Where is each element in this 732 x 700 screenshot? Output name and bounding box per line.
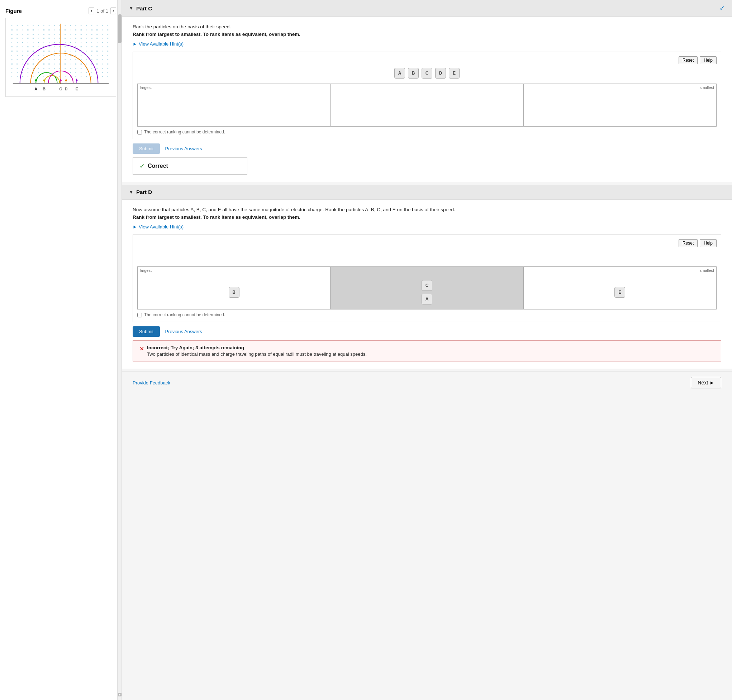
part-d-collapse-arrow[interactable]: ▼ xyxy=(129,190,133,195)
part-c-correct-box: ✓ Correct xyxy=(133,157,247,175)
part-d-ranking-toolbar: Reset Help xyxy=(137,239,717,247)
svg-text:×: × xyxy=(101,45,103,49)
part-d-token-a[interactable]: A xyxy=(422,294,432,304)
svg-text:×: × xyxy=(69,24,71,27)
token-e[interactable]: E xyxy=(449,68,459,78)
part-d-header-left: ▼ Part D xyxy=(129,189,152,195)
svg-text:×: × xyxy=(80,58,82,61)
svg-text:×: × xyxy=(48,50,50,53)
svg-text:×: × xyxy=(101,58,103,61)
part-d-help-button[interactable]: Help xyxy=(700,239,717,247)
part-d-rank-box-left[interactable]: largest B xyxy=(138,267,330,309)
svg-text:×: × xyxy=(54,75,56,78)
main-content: ▼ Part C ✓ Rank the particles on the bas… xyxy=(122,0,732,700)
svg-text:×: × xyxy=(48,32,50,36)
svg-text:×: × xyxy=(64,75,66,78)
part-c-rank-box-right[interactable]: smallest xyxy=(524,84,716,126)
token-d[interactable]: D xyxy=(435,68,446,78)
part-c-rank-box-middle[interactable] xyxy=(330,84,524,126)
svg-text:×: × xyxy=(43,54,45,57)
figure-title: Figure xyxy=(5,8,22,14)
part-d-cannot-determine-checkbox[interactable] xyxy=(137,313,142,318)
svg-text:×: × xyxy=(75,67,77,70)
provide-feedback-link[interactable]: Provide Feedback xyxy=(133,380,170,385)
svg-text:×: × xyxy=(38,24,40,27)
svg-text:×: × xyxy=(22,58,23,61)
svg-text:×: × xyxy=(16,24,18,27)
part-d-tokens-row xyxy=(137,251,717,262)
part-c-prev-answers-link[interactable]: Previous Answers xyxy=(165,146,202,151)
part-d-incorrect-title: Incorrect; Try Again; 3 attempts remaini… xyxy=(147,345,367,350)
svg-text:×: × xyxy=(59,37,61,40)
svg-text:×: × xyxy=(97,58,98,61)
svg-text:×: × xyxy=(27,28,29,32)
figure-next-button[interactable]: › xyxy=(110,7,116,14)
svg-text:×: × xyxy=(43,28,45,32)
svg-text:×: × xyxy=(22,75,23,78)
part-c-reset-button[interactable]: Reset xyxy=(679,56,698,64)
svg-text:×: × xyxy=(38,50,40,53)
svg-text:×: × xyxy=(64,62,66,66)
part-d-ranking-widget: Reset Help largest B xyxy=(133,235,721,322)
part-d-token-c[interactable]: C xyxy=(422,280,432,291)
part-d-rank-box-right[interactable]: smallest E xyxy=(524,267,716,309)
part-d-question1: Now assume that particles A, B, C, and E… xyxy=(133,207,721,212)
svg-text:×: × xyxy=(69,41,71,44)
token-b[interactable]: B xyxy=(408,68,419,78)
svg-text:×: × xyxy=(54,45,56,49)
svg-text:×: × xyxy=(80,41,82,44)
part-d-token-b[interactable]: B xyxy=(229,287,239,298)
svg-text:×: × xyxy=(22,71,23,74)
svg-text:×: × xyxy=(86,24,88,27)
svg-text:×: × xyxy=(27,32,29,36)
scroll-down-arrow[interactable]: ▼ xyxy=(118,693,122,696)
svg-text:×: × xyxy=(64,32,66,36)
part-c-help-button[interactable]: Help xyxy=(700,56,717,64)
svg-text:×: × xyxy=(80,37,82,40)
svg-text:×: × xyxy=(64,37,66,40)
arcs-svg: // We'll generate them in JS below xyxy=(6,18,116,97)
part-c-middle-tokens xyxy=(330,93,523,126)
part-c-cannot-determine: The correct ranking cannot be determined… xyxy=(137,129,717,134)
svg-text:×: × xyxy=(101,71,103,74)
svg-text:×: × xyxy=(43,50,45,53)
scrollbar[interactable]: ▼ xyxy=(117,0,122,700)
part-c-cannot-determine-checkbox[interactable] xyxy=(137,130,142,134)
svg-text:C: C xyxy=(60,87,62,91)
svg-text:×: × xyxy=(27,62,29,66)
token-c[interactable]: C xyxy=(422,68,432,78)
part-c-question1: Rank the particles on the basis of their… xyxy=(133,24,721,29)
svg-text:×: × xyxy=(75,71,77,74)
svg-marker-8 xyxy=(60,78,62,81)
svg-text:×: × xyxy=(43,24,45,27)
svg-text:×: × xyxy=(27,58,29,61)
part-d-submit-button[interactable]: Submit xyxy=(133,326,160,337)
part-d-rank-box-middle[interactable]: C A xyxy=(330,267,524,309)
part-d-token-e[interactable]: E xyxy=(615,287,625,298)
part-d-prev-answers-link[interactable]: Previous Answers xyxy=(165,329,202,334)
svg-text:×: × xyxy=(48,58,50,61)
svg-text:×: × xyxy=(107,67,109,70)
svg-text:×: × xyxy=(97,24,98,27)
part-c-collapse-arrow[interactable]: ▼ xyxy=(129,6,133,11)
part-c-ranking-boxes: largest smallest xyxy=(137,84,717,126)
svg-text:B: B xyxy=(43,87,45,91)
next-button[interactable]: Next ► xyxy=(691,377,721,388)
svg-text:×: × xyxy=(69,45,71,49)
part-c-rank-box-left[interactable]: largest xyxy=(138,84,330,126)
part-d-section: ▼ Part D Now assume that particles A, B,… xyxy=(122,185,732,369)
svg-text:×: × xyxy=(11,71,13,74)
part-d-incorrect-box: ✕ Incorrect; Try Again; 3 attempts remai… xyxy=(133,340,721,362)
part-d-reset-button[interactable]: Reset xyxy=(679,239,698,247)
svg-text:×: × xyxy=(75,37,77,40)
svg-text:×: × xyxy=(107,28,109,32)
part-d-cannot-determine-text: The correct ranking cannot be determined… xyxy=(144,312,225,318)
svg-text:×: × xyxy=(32,50,34,53)
svg-text:×: × xyxy=(11,24,13,27)
token-a[interactable]: A xyxy=(394,68,405,78)
part-d-hint-link[interactable]: ► View Available Hint(s) xyxy=(133,224,183,229)
part-c-hint-link[interactable]: ► View Available Hint(s) xyxy=(133,41,183,47)
part-c-submit-button[interactable]: Submit xyxy=(133,143,160,154)
svg-text:×: × xyxy=(32,32,34,36)
figure-prev-button[interactable]: ‹ xyxy=(88,7,94,14)
